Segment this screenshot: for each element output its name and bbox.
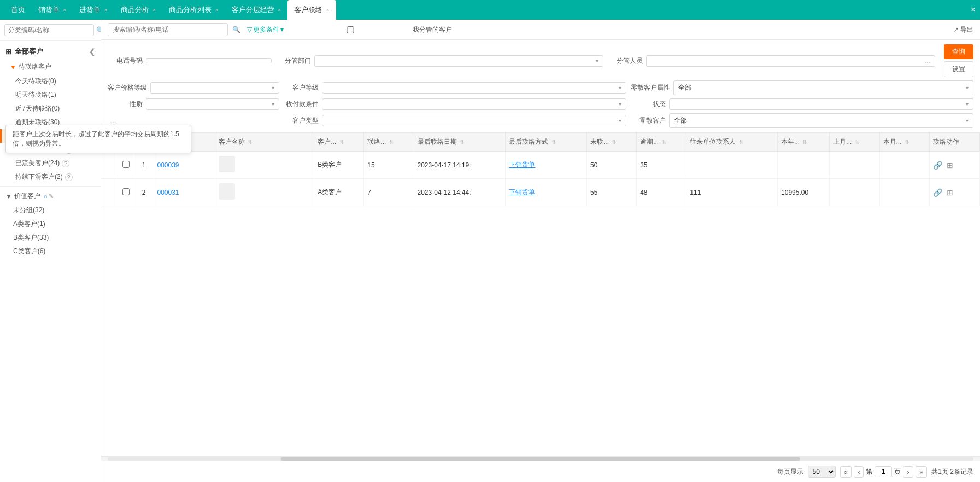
nav-close-purchase[interactable]: × <box>104 7 107 13</box>
row-check-0[interactable] <box>122 161 130 168</box>
sort-icon-uncontacted[interactable]: ⇅ <box>612 139 616 145</box>
column-uncontacted[interactable]: 未联... ⇅ <box>586 133 636 152</box>
row-check-1[interactable] <box>122 188 130 195</box>
customer-type-select[interactable]: ▾ <box>322 115 626 126</box>
export-button[interactable]: ↗ 导出 <box>953 25 973 34</box>
contact-method-link-1[interactable]: 下销货单 <box>509 188 535 196</box>
scrollbar-track[interactable] <box>108 457 973 461</box>
nav-close-product-list[interactable]: × <box>215 7 218 13</box>
sort-icon-last-month[interactable]: ⇅ <box>855 139 859 145</box>
retail-attr-select[interactable]: 全部▾ <box>673 80 973 95</box>
sort-icon-this-month[interactable]: ⇅ <box>905 139 909 145</box>
action-grid-icon-0[interactable]: ⊞ <box>947 161 953 170</box>
per-page-select[interactable]: 50 20 100 <box>808 466 836 478</box>
sidebar-waiting-group[interactable]: ▼ 待联络客户 <box>0 60 101 74</box>
sort-icon-level[interactable]: ⇅ <box>339 139 344 145</box>
phone-input[interactable] <box>146 58 272 63</box>
settings-button[interactable]: 设置 <box>944 61 973 77</box>
price-level-select[interactable]: ▾ <box>150 82 279 94</box>
retail-customer-select[interactable]: 全部▾ <box>669 113 973 128</box>
nav-purchase-order[interactable]: 进货单 × <box>73 0 114 20</box>
sidebar-search-input[interactable] <box>4 24 94 36</box>
gender-select[interactable]: ▾ <box>146 98 279 110</box>
sidebar-item-class-c[interactable]: C类客户(6) <box>0 245 101 258</box>
nav-home[interactable]: 首页 <box>4 0 32 20</box>
row-code-1[interactable]: 000031 <box>154 179 215 206</box>
nav-sales-order[interactable]: 销货单 × <box>32 0 73 20</box>
prev-page-button[interactable]: ‹ <box>854 466 864 478</box>
sort-icon-contacts[interactable]: ⇅ <box>739 139 743 145</box>
collapse-icon[interactable]: ❮ <box>89 48 95 56</box>
row-last-method-1[interactable]: 下销货单 <box>506 179 587 206</box>
sort-icon-date[interactable]: ⇅ <box>460 139 464 145</box>
search-input[interactable] <box>108 23 228 36</box>
page-input[interactable] <box>875 466 892 477</box>
horizontal-scrollbar[interactable] <box>101 456 980 461</box>
column-customer-level[interactable]: 客户... ⇅ <box>314 133 364 152</box>
sidebar-item-class-a[interactable]: A类客户(1) <box>0 217 101 231</box>
nav-close-customer-tier[interactable]: × <box>278 7 281 13</box>
division-person-select[interactable]: … <box>646 55 935 67</box>
column-year-amount[interactable]: 本年... ⇅ <box>778 133 830 152</box>
column-last-contact-date[interactable]: 最后联络日期 ⇅ <box>414 133 506 152</box>
row-name-0[interactable] <box>215 152 314 179</box>
sort-icon-contact[interactable]: ⇅ <box>389 139 394 145</box>
more-dots-icon[interactable]: … <box>108 117 119 125</box>
customer-level-select[interactable]: ▾ <box>322 82 626 94</box>
nav-close-customer-contact[interactable]: × <box>326 7 329 13</box>
sidebar-item-declining[interactable]: 持续下滑客户(2) ? <box>0 170 101 184</box>
nav-close-product-analysis[interactable]: × <box>152 7 156 13</box>
nav-customer-tier[interactable]: 客户分层经营 × <box>225 0 287 20</box>
column-last-month[interactable]: 上月... ⇅ <box>830 133 879 152</box>
row-last-method-0[interactable]: 下销货单 <box>506 152 587 179</box>
contact-method-link-0[interactable]: 下销货单 <box>509 161 535 169</box>
sidebar-value-group[interactable]: ▼ 价值客户 ○ ✎ <box>0 189 101 204</box>
window-close-button[interactable]: × <box>971 5 976 15</box>
edit-icon[interactable]: ✎ <box>49 193 54 200</box>
nav-product-analysis[interactable]: 商品分析 × <box>114 0 162 20</box>
circle-icon[interactable]: ○ <box>44 193 48 200</box>
sort-icon-year[interactable]: ⇅ <box>802 139 807 145</box>
action-link-icon-1[interactable]: 🔗 <box>933 188 942 197</box>
row-code-0[interactable]: 000039 <box>154 152 215 179</box>
sort-icon-name[interactable]: ⇅ <box>248 139 252 145</box>
sidebar-search-icon[interactable]: 🔍 <box>96 26 101 34</box>
help-icon-3[interactable]: ? <box>62 160 69 167</box>
action-link-icon-0[interactable]: 🔗 <box>933 161 942 170</box>
column-contacts[interactable]: 往来单位联系人 ⇅ <box>686 133 778 152</box>
help-icon-4[interactable]: ? <box>65 173 73 181</box>
my-customers-checkbox[interactable]: 我分管的客户 <box>290 25 452 34</box>
column-customer-name[interactable]: 客户名称 ⇅ <box>215 133 314 152</box>
column-last-contact-method[interactable]: 最后联络方式 ⇅ <box>506 133 587 152</box>
last-page-button[interactable]: » <box>916 466 927 478</box>
sort-icon-method[interactable]: ⇅ <box>551 139 556 145</box>
row-checkbox-0[interactable] <box>118 152 134 179</box>
row-checkbox-1[interactable] <box>118 179 134 206</box>
action-grid-icon-1[interactable]: ⊞ <box>947 188 953 197</box>
sort-icon-overdue[interactable]: ⇅ <box>662 139 666 145</box>
sidebar-item-already-lost[interactable]: 已流失客户(24) ? <box>0 156 101 170</box>
scrollbar-thumb[interactable] <box>281 457 800 461</box>
sidebar-item-class-b[interactable]: B类客户(33) <box>0 231 101 245</box>
my-customers-check[interactable] <box>290 26 410 33</box>
nav-product-analysis-list[interactable]: 商品分析列表 × <box>162 0 225 20</box>
nav-customer-contact[interactable]: 客户联络 × <box>287 0 336 20</box>
next-page-button[interactable]: › <box>903 466 913 478</box>
column-overdue[interactable]: 逾期... ⇅ <box>637 133 686 152</box>
sidebar-item-7day-contact[interactable]: 近7天待联络(0) <box>0 102 101 115</box>
more-conditions-button[interactable]: ▽ 更多条件 ▾ <box>245 25 286 34</box>
first-page-button[interactable]: « <box>840 466 852 478</box>
sidebar-item-tomorrow-contact[interactable]: 明天待联络(1) <box>0 88 101 102</box>
sidebar-all-customers[interactable]: ⊞ 全部客户 ❮ <box>0 43 101 60</box>
payment-select[interactable]: ▾ <box>322 98 626 110</box>
status-select[interactable]: ▾ <box>669 98 973 110</box>
sidebar-item-ungrouped[interactable]: 未分组(32) <box>0 204 101 217</box>
sidebar-item-today-contact[interactable]: 今天待联络(0) <box>0 74 101 88</box>
division-dept-select[interactable]: ▾ <box>314 55 603 67</box>
column-contact-count[interactable]: 联络... ⇅ <box>364 133 414 152</box>
search-button[interactable]: 🔍 <box>232 26 240 33</box>
nav-close-sales[interactable]: × <box>63 7 66 13</box>
column-this-month[interactable]: 本月... ⇅ <box>879 133 929 152</box>
row-name-1[interactable] <box>215 179 314 206</box>
query-button[interactable]: 查询 <box>944 44 973 59</box>
